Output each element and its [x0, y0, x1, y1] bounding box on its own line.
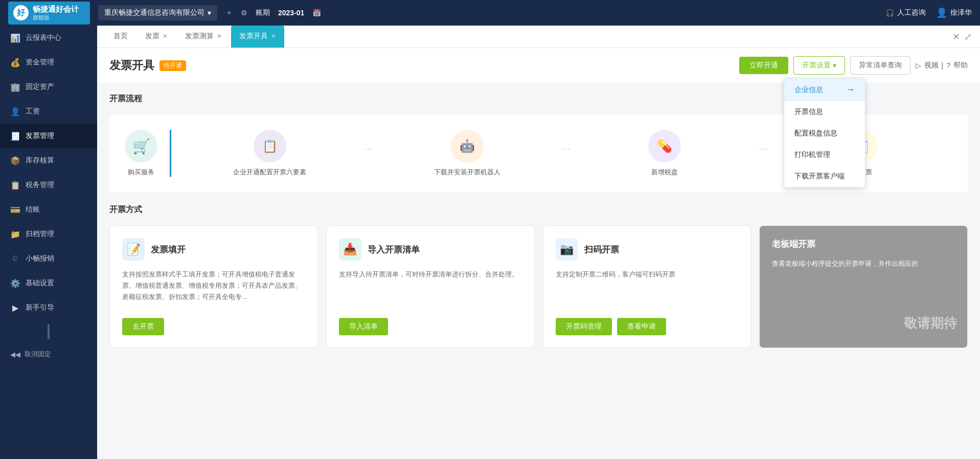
sidebar-label-settlement: 结账	[26, 205, 40, 214]
import-header: 📥 导入开票清单	[339, 238, 522, 261]
archive-icon: 📁	[10, 229, 20, 239]
sidebar-pin-toggle[interactable]: ◀◀ 取消固定	[0, 343, 97, 365]
sidebar: 📊 云报表中心 💰 资金管理 🏢 固定资产 👤 工资 🧾 发票管理 📦 库存核算…	[0, 26, 97, 459]
sidebar-label-cloud-report: 云报表中心	[26, 33, 61, 42]
period-value: 2023-01	[278, 9, 304, 17]
report-sales-icon: ©	[10, 254, 20, 264]
fixed-assets-icon: 🏢	[10, 82, 20, 92]
settings-dropdown: 企业信息 → 开票信息 配置税盘信息 打印机管理 下载开票客户端	[784, 78, 865, 188]
tab-expand-btn[interactable]: ⤢	[964, 31, 972, 42]
tab-invoice-issue[interactable]: 发票开具 ✕	[231, 26, 284, 48]
import-btn[interactable]: 导入清单	[339, 318, 388, 335]
boss-title: 老板端开票	[772, 238, 815, 250]
inventory-icon: 📦	[10, 155, 20, 166]
invoice-info-label: 开票信息	[794, 107, 823, 117]
tab-invoice-issue-label: 发票开具	[239, 32, 268, 41]
help-label[interactable]: 帮助	[953, 61, 968, 70]
manual-fill-desc: 支持按照发票样式手工填开发票；可开具增值税电子普通发票、增值税普通发票、增值税专…	[122, 269, 305, 310]
download-client-label: 下载开票客户端	[794, 172, 845, 181]
video-label[interactable]: 视频	[924, 61, 939, 70]
basic-settings-icon: ⚙️	[10, 278, 20, 288]
sidebar-item-invoice[interactable]: 🧾 发票管理	[0, 124, 97, 148]
activate-btn[interactable]: 立即开通	[739, 57, 788, 74]
sidebar-item-tax[interactable]: 📋 税务管理	[0, 173, 97, 197]
invoice-icon: 🧾	[10, 131, 20, 141]
scan-desc: 支持定制开票二维码，客户端可扫码开票	[556, 269, 739, 310]
tab-invoice-close[interactable]: ✕	[163, 33, 168, 40]
logo-name: 畅捷通好会计	[33, 5, 79, 14]
cloud-report-icon: 📊	[10, 33, 20, 43]
support-btn[interactable]: 🎧 人工咨询	[885, 8, 926, 17]
settings-btn[interactable]: 开票设置 ▾	[793, 56, 845, 75]
arrow-1: ···	[360, 143, 377, 165]
header-actions: 立即开通 开票设置 ▾ 异常清单查询 ▷ 视频 | ? 帮助 企业信息	[739, 56, 968, 75]
add-icon[interactable]: ＋	[225, 8, 233, 17]
tab-bar-actions: ✕ ⤢	[952, 31, 972, 42]
user-avatar-icon: 👤	[936, 7, 947, 18]
logo-area: 好 畅捷通好会计 旗舰版	[8, 2, 90, 25]
dropdown-item-download-client[interactable]: 下载开票客户端	[784, 166, 865, 187]
headset-icon: 🎧	[885, 9, 894, 17]
scan-btn2[interactable]: 查看申请	[617, 318, 666, 335]
settings-icon[interactable]: ⚙	[241, 9, 247, 17]
pin-icon: ◀◀	[10, 351, 20, 358]
config-icon: 📋	[254, 130, 286, 163]
sidebar-item-fixed-assets[interactable]: 🏢 固定资产	[0, 75, 97, 99]
scan-icon: 📷	[556, 238, 578, 261]
method-card-scan: 📷 扫码开票 支持定制开票二维码，客户端可扫码开票 开票码管理 查看申请	[543, 225, 751, 348]
logo-text-area: 畅捷通好会计 旗舰版	[33, 5, 79, 21]
scan-btn1[interactable]: 开票码管理	[556, 318, 612, 335]
company-selector[interactable]: 重庆畅捷交通信息咨询有限公司 ▾	[98, 5, 217, 20]
sidebar-label-new-guide: 新手引导	[26, 303, 54, 312]
dropdown-item-tax-config[interactable]: 配置税盘信息	[784, 123, 865, 144]
scan-header: 📷 扫码开票	[556, 238, 739, 261]
sidebar-item-settlement[interactable]: 💳 结账	[0, 197, 97, 222]
exception-btn[interactable]: 异常清单查询	[850, 56, 910, 75]
sidebar-label-report-sales: 小畅报销	[26, 254, 54, 263]
main-content: 首页 发票 ✕ 发票测算 ✕ 发票开具 ✕ ✕ ⤢ 发票开具 待开通	[97, 26, 980, 459]
payroll-icon: 👤	[10, 106, 20, 117]
dropdown-item-company-info[interactable]: 企业信息 →	[784, 78, 865, 101]
sidebar-item-basic-settings[interactable]: ⚙️ 基础设置	[0, 271, 97, 295]
new-guide-icon: ▶	[10, 303, 20, 313]
user-area[interactable]: 👤 徐泽华	[936, 7, 972, 18]
sidebar-label-archive: 归档管理	[26, 230, 54, 239]
tax-icon: 📋	[10, 180, 20, 190]
sidebar-scroll-indicator	[48, 324, 50, 339]
sidebar-item-payroll[interactable]: 👤 工资	[0, 99, 97, 124]
scan-btns: 开票码管理 查看申请	[556, 318, 739, 335]
tab-invoice-calc-close[interactable]: ✕	[217, 33, 222, 40]
manual-fill-btn[interactable]: 去开票	[122, 318, 164, 335]
tab-home-label: 首页	[113, 32, 128, 41]
page-title-area: 发票开具 待开通	[109, 58, 186, 73]
tab-home[interactable]: 首页	[105, 26, 136, 48]
tab-close-all-btn[interactable]: ✕	[952, 31, 960, 42]
calendar-icon[interactable]: 📅	[312, 9, 321, 17]
sidebar-item-fund[interactable]: 💰 资金管理	[0, 50, 97, 75]
dropdown-item-invoice-info[interactable]: 开票信息	[784, 101, 865, 123]
video-help-area: ▷ 视频 | ? 帮助	[916, 61, 968, 70]
sidebar-item-archive[interactable]: 📁 归档管理	[0, 222, 97, 246]
support-label: 人工咨询	[897, 8, 926, 17]
page-header: 发票开具 待开通 立即开通 开票设置 ▾ 异常清单查询 ▷ 视频 | ? 帮助	[97, 48, 980, 83]
robot-label: 下载并安装开票机器人	[434, 168, 500, 177]
printer-label: 打印机管理	[794, 150, 830, 159]
sidebar-label-fixed-assets: 固定资产	[26, 82, 54, 91]
dropdown-item-printer[interactable]: 打印机管理	[784, 144, 865, 166]
tab-invoice-calc-label: 发票测算	[185, 32, 214, 41]
sidebar-item-inventory[interactable]: 📦 库存核算	[0, 148, 97, 173]
method-card-import: 📥 导入开票清单 支持导入待开票清单，可对待开票清单进行拆分、合并处理。 导入清…	[326, 225, 535, 348]
tab-invoice-calc[interactable]: 发票测算 ✕	[177, 26, 230, 48]
sidebar-item-cloud-report[interactable]: 📊 云报表中心	[0, 26, 97, 50]
sidebar-item-new-guide[interactable]: ▶ 新手引导	[0, 295, 97, 320]
boss-header: 老板端开票	[772, 238, 955, 250]
arrow-2: ···	[558, 143, 575, 165]
flow-step-robot: 🤖 下载并安装开票机器人	[377, 130, 558, 177]
sidebar-label-payroll: 工资	[26, 107, 40, 116]
sidebar-item-report-sales[interactable]: © 小畅报销	[0, 246, 97, 271]
tab-invoice[interactable]: 发票 ✕	[137, 26, 176, 48]
status-badge: 待开通	[159, 60, 186, 71]
sidebar-label-inventory: 库存核算	[26, 156, 54, 165]
tab-invoice-issue-close[interactable]: ✕	[271, 33, 276, 40]
import-title: 导入开票清单	[368, 244, 420, 256]
